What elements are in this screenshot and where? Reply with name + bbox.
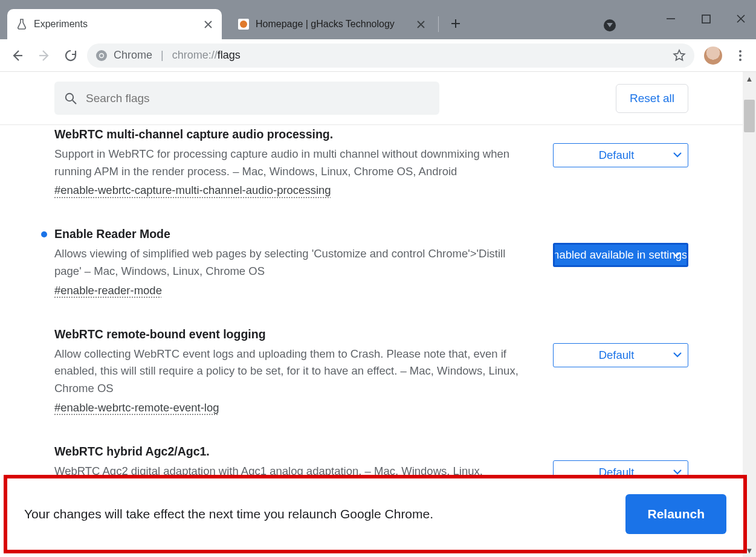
- flask-icon: [16, 18, 28, 30]
- relaunch-message: Your changes will take effect the next t…: [24, 507, 433, 521]
- scrollbar-thumb[interactable]: [744, 100, 755, 132]
- scroll-up-icon[interactable]: ▲: [743, 72, 756, 85]
- tab-separator: [438, 16, 439, 32]
- tab-title: Experiments: [34, 19, 196, 30]
- tab-title: Homepage | gHacks Technology: [256, 19, 409, 30]
- maximize-button[interactable]: [699, 12, 712, 25]
- tab-experiments[interactable]: Experiments: [7, 9, 222, 39]
- search-flags-box[interactable]: [54, 82, 439, 115]
- flag-title: WebRTC hybrid Agc2/Agc1.: [54, 445, 529, 459]
- svg-point-8: [739, 59, 741, 61]
- flag-description: Allow collecting WebRTC event logs and u…: [54, 346, 529, 398]
- flag-dropdown-value: Enabled available in settings: [553, 248, 687, 262]
- flag-dropdown[interactable]: Default: [553, 143, 688, 167]
- flag-hash-link[interactable]: #enable-webrtc-remote-event-log: [54, 401, 219, 414]
- svg-point-7: [739, 54, 741, 57]
- flag-description: Allows viewing of simplified web pages b…: [54, 245, 529, 280]
- flag-title: WebRTC multi-channel capture audio proce…: [54, 127, 529, 141]
- flag-dropdown-value: Default: [599, 149, 635, 162]
- chevron-down-icon: [673, 152, 682, 158]
- svg-point-9: [66, 93, 73, 100]
- url-separator: |: [161, 49, 164, 62]
- flag-hash-link[interactable]: #enable-reader-mode: [54, 284, 162, 297]
- new-tab-button[interactable]: [446, 14, 465, 33]
- flag-item: WebRTC remote-bound event logging Allow …: [0, 327, 743, 441]
- relaunch-banner: Your changes will take effect the next t…: [4, 475, 747, 553]
- chrome-menu-button[interactable]: [732, 47, 749, 64]
- relaunch-button[interactable]: Relaunch: [625, 494, 726, 534]
- minimize-button[interactable]: [664, 12, 677, 25]
- flag-dropdown[interactable]: Default: [553, 343, 688, 367]
- flag-hash-link[interactable]: #enable-webrtc-capture-multi-channel-aud…: [54, 184, 331, 197]
- svg-rect-2: [702, 15, 710, 23]
- flag-description: Support in WebRTC for processing capture…: [54, 146, 529, 180]
- chevron-down-icon: [672, 252, 680, 258]
- url-text: chrome://flags: [172, 49, 241, 62]
- flags-header: Reset all: [0, 72, 743, 125]
- svg-point-6: [739, 50, 741, 53]
- url-scheme-label: Chrome: [114, 49, 152, 62]
- tab-strip: Experiments Homepage | gHacks Technology: [0, 0, 756, 39]
- window-controls: [664, 12, 748, 25]
- close-icon[interactable]: [415, 19, 426, 30]
- profile-avatar[interactable]: [704, 47, 722, 65]
- address-bar[interactable]: Chrome | chrome://flags: [87, 43, 694, 68]
- close-window-button[interactable]: [734, 12, 748, 25]
- forward-button[interactable]: [34, 45, 54, 66]
- ghacks-favicon: [237, 18, 250, 30]
- reload-button[interactable]: [60, 45, 81, 66]
- svg-point-1: [240, 21, 247, 28]
- close-icon[interactable]: [202, 19, 213, 30]
- chevron-down-icon: [673, 352, 682, 358]
- modified-indicator-icon: [41, 231, 47, 237]
- extension-shield-icon[interactable]: [604, 19, 616, 31]
- chrome-page-icon: [95, 50, 108, 62]
- reset-all-button[interactable]: Reset all: [616, 84, 688, 113]
- tab-ghacks[interactable]: Homepage | gHacks Technology: [229, 9, 435, 39]
- bookmark-star-icon[interactable]: [673, 49, 686, 62]
- svg-point-5: [100, 54, 103, 57]
- flag-item: Enable Reader Mode Allows viewing of sim…: [0, 227, 743, 323]
- flag-dropdown-value: Default: [599, 349, 635, 362]
- flag-title: WebRTC remote-bound event logging: [54, 327, 529, 341]
- search-flags-input[interactable]: [86, 92, 430, 105]
- flags-page: Reset all WebRTC multi-channel capture a…: [0, 72, 756, 557]
- back-button[interactable]: [7, 45, 28, 66]
- browser-toolbar: Chrome | chrome://flags: [0, 39, 756, 72]
- flag-item: WebRTC multi-channel capture audio proce…: [0, 127, 743, 224]
- flag-title: Enable Reader Mode: [54, 227, 529, 241]
- search-icon: [64, 92, 77, 105]
- flag-dropdown[interactable]: Enabled available in settings: [553, 243, 688, 267]
